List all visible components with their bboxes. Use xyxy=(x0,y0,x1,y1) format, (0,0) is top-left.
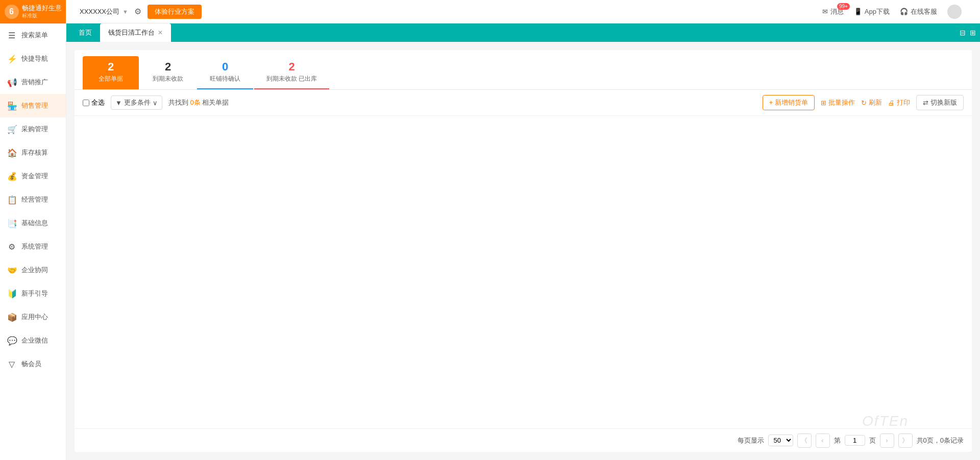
sidebar-item-label: 经营管理 xyxy=(21,195,48,204)
sidebar-item-label: 销售管理 xyxy=(21,101,48,110)
top-header: XXXXXX公司 ▼ ⚙ 体验行业方案 ✉ 消息 99+ 📱 App下载 🎧 在… xyxy=(66,0,980,23)
sidebar-item-basic[interactable]: 📑 基础信息 xyxy=(0,211,66,235)
service-icon: 🎧 xyxy=(900,8,908,15)
operations-icon: 📋 xyxy=(7,195,16,205)
sidebar-item-sales[interactable]: 🏪 销售管理 xyxy=(0,94,66,117)
app-download-label: App下载 xyxy=(865,7,890,16)
sidebar-item-label: 采购管理 xyxy=(21,125,48,134)
chevron-down-icon: ▼ xyxy=(122,9,128,15)
sidebar-item-app-center[interactable]: 📦 应用中心 xyxy=(0,305,66,329)
sidebar-item-marketing[interactable]: 📢 营销推广 xyxy=(0,70,66,94)
search-icon: ☰ xyxy=(7,31,16,40)
logo-text: 畅捷通好生意 xyxy=(22,4,62,13)
sidebar-item-quick-nav[interactable]: ⚡ 快捷导航 xyxy=(0,47,66,70)
stat-num-all: 2 xyxy=(95,60,127,74)
trial-button[interactable]: 体验行业方案 xyxy=(148,5,202,19)
print-icon: 🖨 xyxy=(888,99,895,107)
last-page-button[interactable]: 》 xyxy=(898,433,913,448)
message-icon: ✉ xyxy=(822,8,828,15)
add-sales-order-button[interactable]: + 新增销货单 xyxy=(763,95,815,110)
sidebar-item-purchase[interactable]: 🛒 采购管理 xyxy=(0,117,66,141)
guide-icon: 🔰 xyxy=(7,289,16,299)
sidebar-item-enterprise[interactable]: 🤝 企业协同 xyxy=(0,258,66,282)
chevron-down-icon: ∨ xyxy=(153,99,158,107)
inventory-icon: 🏠 xyxy=(7,148,16,158)
sidebar-item-label: 营销推广 xyxy=(21,78,48,87)
header-right: ✉ 消息 99+ 📱 App下载 🎧 在线客服 xyxy=(822,5,972,19)
sidebar-item-label: 库存核算 xyxy=(21,148,48,157)
found-text: 共找到 0条 相关单据 xyxy=(168,98,229,107)
select-all-area[interactable]: 全选 xyxy=(83,98,105,107)
sidebar-item-operations[interactable]: 📋 经营管理 xyxy=(0,188,66,211)
sidebar-item-inventory[interactable]: 🏠 库存核算 xyxy=(0,141,66,164)
main-content: 2 全部单据 2 到期未收款 0 旺铺待确认 2 到期未收款 已出库 全选 xyxy=(66,42,980,460)
app-center-icon: 📦 xyxy=(7,312,16,322)
logo-icon: 6 xyxy=(5,5,19,19)
refresh-icon: ↻ xyxy=(861,99,867,107)
table-area xyxy=(75,116,972,428)
company-selector[interactable]: XXXXXX公司 ▼ xyxy=(80,7,128,16)
per-page-label: 每页显示 xyxy=(738,436,764,445)
switch-version-button[interactable]: ⇄ 切换新版 xyxy=(916,95,964,110)
stats-tabs: 2 全部单据 2 到期未收款 0 旺铺待确认 2 到期未收款 已出库 xyxy=(75,50,972,90)
prev-page-button[interactable]: ‹ xyxy=(816,433,830,448)
sidebar-item-label: 应用中心 xyxy=(21,312,48,322)
sidebar-item-label: 企业微信 xyxy=(21,336,48,345)
tab-home[interactable]: 首页 xyxy=(70,23,100,42)
total-info: 共0页，0条记录 xyxy=(917,436,964,445)
stat-tab-shipped[interactable]: 2 到期未收款 已出库 xyxy=(254,56,329,89)
download-icon: 📱 xyxy=(854,8,862,15)
sidebar-item-label: 新手引导 xyxy=(21,289,48,298)
stat-tab-pending[interactable]: 0 旺铺待确认 xyxy=(197,56,253,89)
basic-icon: 📑 xyxy=(7,219,16,228)
sidebar-item-label: 企业协同 xyxy=(21,265,48,275)
online-service-button[interactable]: 🎧 在线客服 xyxy=(900,7,937,16)
stat-label-overdue: 到期未收款 xyxy=(152,75,184,83)
stat-tab-all[interactable]: 2 全部单据 xyxy=(83,56,139,89)
stat-label-all: 全部单据 xyxy=(95,75,127,83)
sidebar-item-finance[interactable]: 💰 资金管理 xyxy=(0,164,66,188)
pagination: 每页显示 50 《 ‹ 第 页 › 》 共0页，0条记录 xyxy=(75,428,972,452)
filter-label: 更多条件 xyxy=(124,98,151,107)
sidebar-item-wechat[interactable]: 💬 企业微信 xyxy=(0,329,66,352)
expand-icon[interactable]: ⊞ xyxy=(970,29,976,37)
sidebar-item-member[interactable]: ▽ 畅会员 xyxy=(0,352,66,376)
toolbar: 全选 ▼ 更多条件 ∨ 共找到 0条 相关单据 + 新增销货单 ⊞ 批量操作 xyxy=(75,90,972,116)
stat-tab-overdue[interactable]: 2 到期未收款 xyxy=(140,56,196,89)
select-all-checkbox[interactable] xyxy=(83,100,89,106)
message-badge: 99+ xyxy=(837,3,850,10)
sidebar-item-search[interactable]: ☰ 搜索菜单 xyxy=(0,23,66,47)
app-download-button[interactable]: 📱 App下载 xyxy=(854,7,890,16)
sidebar-item-system[interactable]: ⚙ 系统管理 xyxy=(0,235,66,258)
batch-operation-button[interactable]: ⊞ 批量操作 xyxy=(821,98,855,107)
nav-tabs-bar: 首页 钱货日清工作台 ✕ ⊟ ⊞ xyxy=(66,23,980,42)
logo-badge: 标准版 xyxy=(22,12,62,19)
finance-icon: 💰 xyxy=(7,172,16,181)
stat-label-shipped: 到期未收款 已出库 xyxy=(266,75,317,83)
select-all-label: 全选 xyxy=(91,98,105,107)
company-name: XXXXXX公司 xyxy=(80,7,119,16)
marketing-icon: 📢 xyxy=(7,78,16,87)
tab-workbench[interactable]: 钱货日清工作台 ✕ xyxy=(100,23,171,42)
close-tab-icon[interactable]: ✕ xyxy=(158,29,163,36)
message-button[interactable]: ✉ 消息 99+ xyxy=(822,7,844,16)
sidebar-item-label: 系统管理 xyxy=(21,242,48,251)
settings-icon[interactable]: ⚙ xyxy=(134,7,141,16)
next-page-button[interactable]: › xyxy=(880,433,894,448)
avatar[interactable] xyxy=(947,5,962,19)
minimize-icon[interactable]: ⊟ xyxy=(960,29,966,37)
system-icon: ⚙ xyxy=(7,242,16,252)
page-number-input[interactable] xyxy=(845,435,865,446)
tab-actions: ⊟ ⊞ xyxy=(960,29,976,37)
stat-label-pending: 旺铺待确认 xyxy=(209,75,241,83)
filter-button[interactable]: ▼ 更多条件 ∨ xyxy=(111,95,162,110)
print-button[interactable]: 🖨 打印 xyxy=(888,98,910,107)
quick-nav-icon: ⚡ xyxy=(7,54,16,64)
refresh-button[interactable]: ↻ 刷新 xyxy=(861,98,882,107)
stat-num-shipped: 2 xyxy=(266,60,317,74)
filter-icon: ▼ xyxy=(115,99,122,107)
per-page-select[interactable]: 50 xyxy=(768,434,793,446)
sidebar-logo: 6 畅捷通好生意 标准版 xyxy=(0,0,66,23)
first-page-button[interactable]: 《 xyxy=(797,433,812,448)
sidebar-item-guide[interactable]: 🔰 新手引导 xyxy=(0,282,66,305)
